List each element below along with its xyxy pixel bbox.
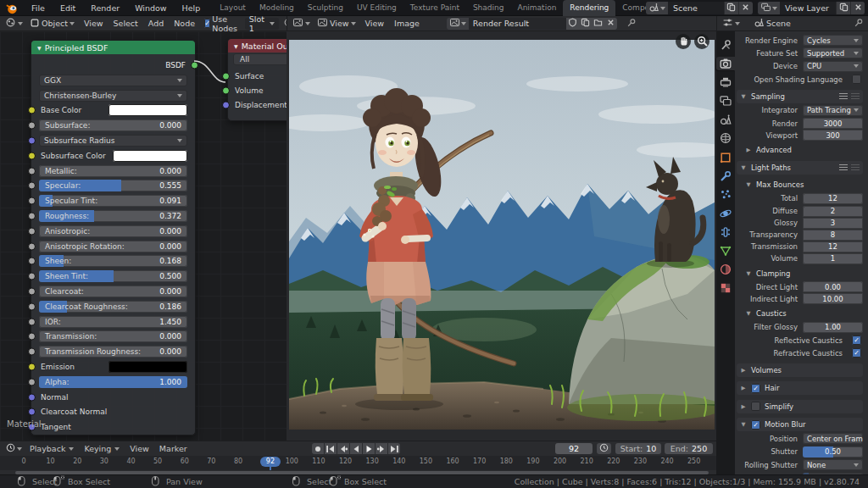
checkbox[interactable]: ✓ <box>751 384 760 393</box>
node-slider-alpha[interactable]: Alpha:1.000 <box>39 376 187 388</box>
float-socket[interactable] <box>28 258 36 265</box>
timeline-menu[interactable]: Playback <box>25 444 79 453</box>
topbar-menu[interactable]: File <box>24 0 53 16</box>
topbar-menu[interactable]: Edit <box>53 0 83 16</box>
properties-tab-material[interactable] <box>716 263 735 276</box>
previous-keyframe-button[interactable] <box>337 443 349 454</box>
float-socket[interactable] <box>28 227 36 235</box>
shader-menu[interactable]: Add <box>143 16 169 31</box>
workspace-tab[interactable]: Rendering <box>563 0 615 16</box>
vector-socket[interactable] <box>222 102 230 109</box>
editor-type-button[interactable] <box>3 443 25 455</box>
slot-dropdown[interactable]: Slot 1 <box>245 18 279 30</box>
node-header[interactable]: ▼Material Output <box>228 39 287 53</box>
node-dropdown-subsurface-radius[interactable]: Subsurface Radius <box>39 135 187 147</box>
workspace-tab[interactable]: Texture Paint <box>403 0 466 16</box>
browse-image-button[interactable] <box>447 18 469 30</box>
number-field-glossy[interactable]: 3 <box>803 218 863 229</box>
view-layer-name-field[interactable]: View Layer <box>780 2 836 14</box>
shader-menu[interactable]: Node <box>169 16 200 31</box>
node-slider-anisotropic[interactable]: Anisotropic:0.000 <box>39 225 187 237</box>
float-socket[interactable] <box>28 378 36 385</box>
timeline-ruler[interactable]: 92 0102030405060708010011012013014015016… <box>0 456 716 470</box>
checkbox[interactable] <box>852 75 861 84</box>
node-number-field-ior[interactable]: IOR:1.450 <box>39 316 187 328</box>
float-socket[interactable] <box>28 318 36 325</box>
pin-button[interactable] <box>624 18 639 30</box>
expand-arrow-open-icon[interactable]: ▼ <box>740 93 747 100</box>
unlink-image-button[interactable] <box>604 18 617 30</box>
node-slider-sheen-tint[interactable]: Sheen Tint:0.500 <box>39 270 187 282</box>
node-slider-roughness[interactable]: Roughness:0.372 <box>39 210 187 222</box>
float-socket[interactable] <box>28 273 36 280</box>
new-scene-button[interactable] <box>724 2 738 14</box>
properties-tab-render[interactable] <box>716 57 735 70</box>
timeline-menu[interactable]: Keying <box>79 444 125 453</box>
vector-socket[interactable] <box>28 393 36 401</box>
image-menu[interactable]: Image <box>389 16 425 31</box>
float-socket[interactable] <box>28 333 36 341</box>
dropdown-rolling-shutter[interactable]: None <box>803 459 863 470</box>
expand-arrow-closed-icon[interactable]: ▶ <box>740 367 747 374</box>
number-field-total[interactable]: 12 <box>803 193 863 204</box>
float-socket[interactable] <box>28 302 36 310</box>
jump-to-start-button[interactable] <box>325 443 337 454</box>
topbar-menu[interactable]: Help <box>175 0 209 16</box>
image-menu[interactable]: View <box>360 16 390 31</box>
current-frame-field[interactable]: 92 <box>555 443 593 454</box>
display-channels-dropdown[interactable]: View <box>314 18 359 30</box>
view-layer-browse-button[interactable] <box>758 2 780 14</box>
pin-button[interactable] <box>854 18 864 30</box>
new-image-button[interactable] <box>579 18 592 30</box>
checkbox[interactable]: ✓ <box>852 336 861 345</box>
properties-tab-physics[interactable] <box>716 207 735 220</box>
presets-icon[interactable] <box>839 93 860 99</box>
slider-shutter[interactable]: 0.50 <box>803 446 863 458</box>
frame-end-field[interactable]: End:250 <box>665 443 713 454</box>
properties-tab-particles[interactable] <box>716 188 735 202</box>
properties-tab-object[interactable] <box>716 151 735 164</box>
float-socket[interactable] <box>28 197 36 205</box>
checkbox[interactable]: ✓ <box>751 420 760 430</box>
float-socket[interactable] <box>28 348 36 356</box>
properties-tab-view-layer[interactable] <box>716 94 735 108</box>
number-field-diffuse[interactable]: 2 <box>803 206 863 217</box>
node-slider-specular[interactable]: Specular:0.555 <box>39 180 187 191</box>
frame-start-field[interactable]: Start:10 <box>615 443 661 454</box>
play-reverse-button[interactable] <box>350 443 362 454</box>
panel-max-bounces[interactable]: ▼Max Bounces <box>742 179 863 191</box>
fake-user-button[interactable] <box>566 18 579 30</box>
remove-view-layer-button[interactable] <box>850 2 865 14</box>
record-button[interactable] <box>312 443 324 454</box>
properties-tab-texture[interactable] <box>716 281 735 295</box>
float-socket[interactable] <box>28 242 36 250</box>
new-view-layer-button[interactable] <box>836 2 850 14</box>
expand-arrow-open-icon[interactable]: ▼ <box>745 270 752 277</box>
vector-socket[interactable] <box>28 408 36 416</box>
dropdown-position[interactable]: Center on Frame <box>803 433 863 444</box>
float-socket[interactable] <box>28 212 36 219</box>
properties-tab-object-data[interactable] <box>716 244 735 258</box>
vector-socket[interactable] <box>28 136 36 144</box>
node-slider-subsurface[interactable]: Subsurface:0.000 <box>39 119 187 131</box>
zoom-view-button[interactable] <box>694 34 709 49</box>
number-field-transparency[interactable]: 8 <box>803 230 863 241</box>
workspace-tab[interactable]: UV Editing <box>350 0 403 16</box>
color-socket[interactable] <box>28 152 36 159</box>
render-result-viewer[interactable] <box>287 31 716 441</box>
node-slider-clearcoat-roughness[interactable]: Clearcoat Roughness:0.186 <box>39 301 187 313</box>
properties-tab-scene[interactable] <box>716 113 735 126</box>
topbar-menu[interactable]: Render <box>83 0 127 16</box>
float-socket[interactable] <box>28 182 36 190</box>
color-swatch-base-color[interactable] <box>108 104 187 116</box>
number-field-direct-light[interactable]: 0.00 <box>803 281 863 292</box>
shader-menu[interactable]: View <box>79 16 108 31</box>
use-nodes-toggle[interactable]: ✓Use Nodes <box>202 18 243 30</box>
dropdown-integrator[interactable]: Path Tracing <box>803 105 863 116</box>
node-slider-anisotropic-rotation[interactable]: Anisotropic Rotation:0.000 <box>39 241 187 252</box>
scene-browse-button[interactable] <box>646 2 668 14</box>
scene-name-field[interactable]: Scene <box>668 2 724 14</box>
bsdf-output-socket[interactable] <box>191 62 198 69</box>
play-button[interactable] <box>363 443 375 454</box>
panel-simplify[interactable]: ▶Simplify <box>737 400 863 413</box>
